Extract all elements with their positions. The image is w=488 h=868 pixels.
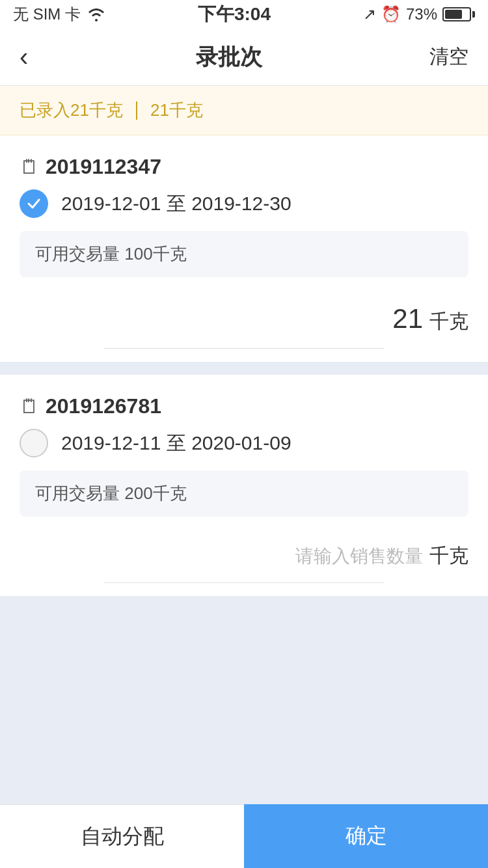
status-time: 下午3:04 — [198, 2, 271, 27]
info-banner: 已录入21千克 21千克 — [0, 86, 488, 135]
batch1-date: 2019-12-01 至 2019-12-30 — [61, 191, 291, 217]
batch2-avail: 可用交易量 200千克 — [20, 470, 468, 517]
clear-button[interactable]: 清空 — [429, 44, 468, 70]
recorded-amount: 已录入21千克 — [20, 99, 123, 122]
batch1-avail: 可用交易量 100千克 — [20, 231, 468, 277]
batch2-select-circle[interactable] — [20, 429, 48, 457]
batch-card-2: 🗒 2019126781 2019-12-11 至 2020-01-09 可用交… — [0, 375, 488, 596]
no-sim-label: 无 SIM 卡 — [13, 4, 81, 25]
batch1-id: 2019112347 — [46, 155, 161, 179]
status-bar: 无 SIM 卡 下午3:04 ↗ ⏰ 73% — [0, 0, 488, 29]
alarm-icon: ⏰ — [381, 5, 401, 23]
batch2-doc-icon: 🗒 — [20, 396, 39, 418]
batch2-id-row: 🗒 2019126781 — [20, 394, 468, 418]
confirm-button[interactable]: 确定 — [244, 804, 488, 868]
batch1-amount-row: 21 千克 — [0, 290, 488, 348]
batch2-input-unit: 千克 — [429, 543, 468, 569]
batch2-id: 2019126781 — [46, 394, 161, 418]
batch1-check-circle[interactable] — [20, 189, 48, 218]
wifi-icon — [87, 7, 105, 21]
bottom-bar: 自动分配 确定 — [0, 804, 488, 868]
batch-card-1: 🗒 2019112347 2019-12-01 至 2019-12-30 可用交… — [0, 135, 488, 362]
batch1-date-row[interactable]: 2019-12-01 至 2019-12-30 — [20, 189, 468, 218]
status-bar-left: 无 SIM 卡 — [13, 4, 105, 25]
batch1-amount-value: 21 — [392, 303, 423, 334]
batch2-date-row[interactable]: 2019-12-11 至 2020-01-09 — [20, 429, 468, 457]
batch2-date: 2019-12-11 至 2020-01-09 — [61, 430, 291, 457]
location-icon: ↗ — [363, 5, 376, 23]
info-divider — [136, 102, 137, 120]
page-title: 录批次 — [196, 42, 262, 72]
batch2-input-placeholder: 请输入销售数量 — [295, 544, 423, 569]
batch1-id-row: 🗒 2019112347 — [20, 155, 468, 179]
back-button[interactable]: ‹ — [20, 42, 28, 72]
batch2-input-row[interactable]: 请输入销售数量 千克 — [0, 530, 488, 582]
battery-icon — [442, 7, 475, 21]
status-bar-right: ↗ ⏰ 73% — [363, 5, 475, 23]
battery-percent: 73% — [406, 5, 437, 23]
batch1-doc-icon: 🗒 — [20, 156, 39, 178]
batch1-amount-unit: 千克 — [429, 308, 468, 335]
total-amount: 21千克 — [150, 99, 203, 122]
section-separator — [0, 362, 488, 375]
auto-distribute-button[interactable]: 自动分配 — [0, 804, 244, 868]
nav-bar: ‹ 录批次 清空 — [0, 29, 488, 86]
